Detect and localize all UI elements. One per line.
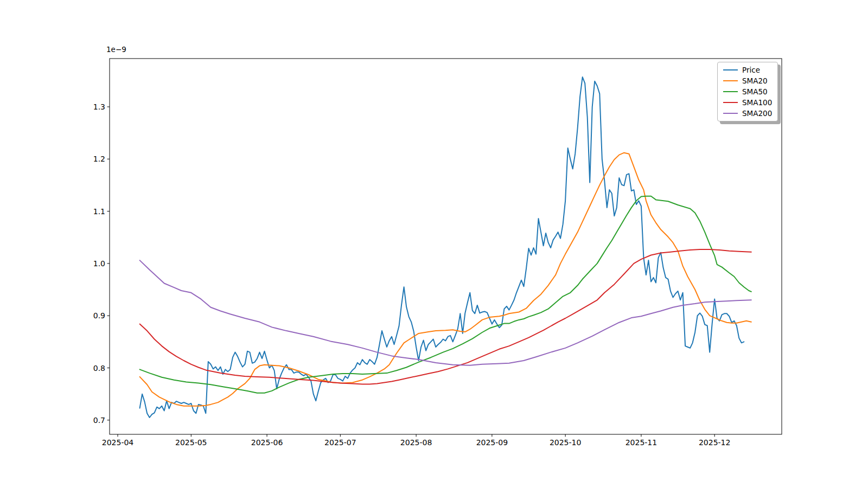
legend-item-sma20[interactable]: SMA20 (723, 77, 772, 85)
x-tick-label-8: 2025-12 (699, 438, 731, 447)
x-tick-label-5: 2025-09 (476, 438, 508, 447)
y-tick-label-0: 0.7 (73, 416, 105, 425)
x-tick-label-2: 2025-06 (251, 438, 283, 447)
legend-line-swatch-icon (723, 91, 738, 92)
y-tick-label-5: 1.2 (73, 155, 105, 163)
legend-line-swatch-icon (723, 69, 738, 70)
legend[interactable]: PriceSMA20SMA50SMA100SMA200 (717, 62, 778, 121)
chart-figure: 1e−9 2025-042025-052025-062025-072025-08… (0, 0, 868, 488)
x-tick-label-4: 2025-08 (400, 438, 432, 447)
legend-label: SMA200 (742, 110, 772, 117)
legend-item-sma100[interactable]: SMA100 (723, 99, 772, 106)
sma20-line (140, 153, 751, 406)
legend-item-sma200[interactable]: SMA200 (723, 110, 772, 117)
legend-label: SMA50 (742, 88, 768, 95)
legend-label: SMA20 (742, 77, 768, 85)
legend-line-swatch-icon (723, 102, 738, 103)
y-tick-label-2: 0.9 (73, 311, 105, 320)
legend-line-swatch-icon (723, 113, 738, 114)
x-tick-label-3: 2025-07 (324, 438, 356, 447)
legend-line-swatch-icon (723, 80, 738, 81)
y-tick-label-3: 1.0 (73, 259, 105, 268)
y-tick-label-6: 1.3 (73, 102, 105, 111)
axes-border (110, 59, 782, 434)
legend-label: Price (742, 66, 760, 74)
x-tick-label-6: 2025-10 (550, 438, 582, 447)
legend-item-price[interactable]: Price (723, 66, 772, 74)
legend-label: SMA100 (742, 99, 772, 106)
sma200-line (140, 260, 751, 365)
price-line (140, 77, 744, 418)
y-tick-label-1: 0.8 (73, 364, 105, 373)
page: { "chart_data": { "type": "line", "title… (0, 0, 868, 488)
x-tick-label-0: 2025-04 (102, 438, 134, 447)
x-tick-label-1: 2025-05 (175, 438, 207, 447)
legend-item-sma50[interactable]: SMA50 (723, 88, 772, 95)
x-tick-label-7: 2025-11 (626, 438, 658, 447)
y-tick-label-4: 1.1 (73, 207, 105, 216)
